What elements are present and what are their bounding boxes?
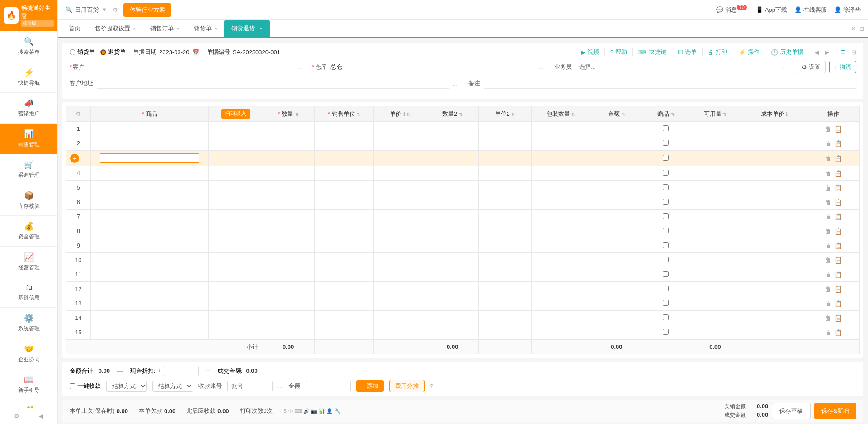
- unit2-cell-12[interactable]: [479, 282, 531, 296]
- price-cell-2[interactable]: [373, 136, 426, 151]
- shortcut-action[interactable]: ⌨ 快捷键: [638, 48, 666, 56]
- delete-icon-7[interactable]: 🗑: [825, 213, 831, 220]
- qty2-cell-9[interactable]: [426, 238, 479, 253]
- unit2-cell-2[interactable]: [479, 136, 531, 151]
- gift-checkbox-8[interactable]: [663, 228, 669, 233]
- product-input-3[interactable]: [100, 153, 199, 163]
- sidebar-item-purchase[interactable]: 🛒 采购管理: [0, 154, 57, 185]
- tab-bill-close-icon[interactable]: ×: [214, 26, 217, 31]
- unit-cell-2[interactable]: [315, 136, 374, 151]
- qty-cell-9[interactable]: [262, 238, 314, 253]
- pack-cell-3[interactable]: [531, 151, 590, 166]
- gift-cell-3[interactable]: [643, 151, 689, 166]
- qty2-sort-icon[interactable]: ⇅: [459, 112, 462, 117]
- copy-icon-3[interactable]: 📋: [835, 155, 842, 162]
- amount-cell-6[interactable]: [590, 195, 643, 210]
- price-sort-icon[interactable]: ⇅: [406, 112, 410, 117]
- pack-cell-1[interactable]: [531, 122, 590, 136]
- copy-icon-2[interactable]: 📋: [835, 140, 842, 147]
- copy-icon-1[interactable]: 📋: [835, 125, 842, 133]
- account-more-icon[interactable]: ...: [278, 383, 283, 390]
- delete-icon-6[interactable]: 🗑: [825, 199, 831, 206]
- copy-icon-10[interactable]: 📋: [835, 257, 842, 264]
- sidebar-item-sales[interactable]: 📊 销售管理: [0, 124, 57, 154]
- copy-icon-15[interactable]: 📋: [835, 329, 842, 336]
- price-cell-10[interactable]: [373, 253, 426, 267]
- amount-cell-12[interactable]: [590, 282, 643, 296]
- pack-cell-11[interactable]: [531, 267, 590, 282]
- select-action[interactable]: ☑ 选单: [678, 48, 697, 56]
- price-cell-3[interactable]: [373, 151, 426, 166]
- unit2-cell-7[interactable]: [479, 210, 531, 224]
- qty-cell-12[interactable]: [262, 282, 314, 296]
- sidebar-item-search[interactable]: 🔍 搜索菜单: [0, 31, 57, 62]
- qty-cell-2[interactable]: [262, 136, 314, 151]
- price-cell-6[interactable]: [373, 195, 426, 210]
- unit-cell-1[interactable]: [315, 122, 374, 136]
- unit2-sort-icon[interactable]: ⇅: [511, 112, 515, 117]
- pack-cell-15[interactable]: [531, 325, 590, 340]
- copy-icon-5[interactable]: 📋: [835, 184, 842, 191]
- tab-close-all-icon[interactable]: ✕: [851, 25, 856, 32]
- operate-action[interactable]: ⚡ 操作: [739, 48, 760, 56]
- product-cell-6[interactable]: [90, 195, 209, 210]
- pack-cell-7[interactable]: [531, 210, 590, 224]
- unit-cell-8[interactable]: [315, 224, 374, 238]
- unit-sort-icon[interactable]: ⇅: [357, 112, 360, 117]
- warehouse-input[interactable]: [346, 62, 535, 72]
- unit2-cell-8[interactable]: [479, 224, 531, 238]
- gift-checkbox-10[interactable]: [663, 257, 669, 262]
- expense-button[interactable]: 费用分摊: [389, 380, 425, 392]
- calc-method-select[interactable]: 结算方式: [152, 381, 193, 392]
- price-cell-11[interactable]: [373, 267, 426, 282]
- copy-icon-7[interactable]: 📋: [835, 213, 842, 220]
- qty-cell-1[interactable]: [262, 122, 314, 136]
- save-new-button[interactable]: 保存&新增: [814, 403, 856, 419]
- gift-checkbox-11[interactable]: [663, 271, 669, 277]
- product-cell-3[interactable]: [90, 151, 209, 166]
- tab-price-close-icon[interactable]: ×: [133, 26, 136, 31]
- sidebar-item-apps[interactable]: 🧩 应用中心: [0, 400, 57, 408]
- pack-cell-2[interactable]: [531, 136, 590, 151]
- settle-method-select[interactable]: 结算方式: [106, 381, 147, 392]
- gift-sort-icon[interactable]: ⇅: [671, 112, 675, 117]
- unit2-cell-3[interactable]: [479, 151, 531, 166]
- customer-more-icon[interactable]: ...: [296, 64, 301, 71]
- sidebar-item-enterprise[interactable]: 🤝 企业协同: [0, 338, 57, 369]
- gift-cell-2[interactable]: [643, 136, 689, 151]
- gift-checkbox-1[interactable]: [663, 125, 669, 131]
- tab-return-close-icon[interactable]: ×: [259, 26, 262, 31]
- sidebar-item-finance[interactable]: 💰 资金管理: [0, 216, 57, 247]
- address-more-icon[interactable]: ...: [453, 80, 458, 87]
- calendar-icon[interactable]: 📅: [192, 49, 199, 56]
- gift-checkbox-9[interactable]: [663, 242, 669, 248]
- next-icon[interactable]: ▶: [825, 49, 829, 56]
- gift-cell-6[interactable]: [643, 195, 689, 210]
- qty2-cell-5[interactable]: [426, 181, 479, 195]
- product-cell-9[interactable]: [90, 238, 209, 253]
- copy-icon-8[interactable]: 📋: [835, 228, 842, 235]
- delete-icon-2[interactable]: 🗑: [825, 140, 831, 147]
- gift-cell-9[interactable]: [643, 238, 689, 253]
- gift-checkbox-14[interactable]: [663, 314, 669, 320]
- delete-icon-1[interactable]: 🗑: [825, 125, 831, 133]
- qty-cell-8[interactable]: [262, 224, 314, 238]
- gift-checkbox-4[interactable]: [663, 170, 669, 176]
- one-click-pay-check[interactable]: [70, 383, 75, 389]
- customer-input[interactable]: [88, 62, 292, 72]
- qty2-cell-12[interactable]: [426, 282, 479, 296]
- tab-price-setting[interactable]: 售价提取设置 ×: [88, 20, 143, 38]
- gift-cell-14[interactable]: [643, 311, 689, 325]
- unit-cell-10[interactable]: [315, 253, 374, 267]
- tab-sales-order[interactable]: 销售订单 ×: [143, 20, 186, 38]
- delete-icon-5[interactable]: 🗑: [825, 184, 831, 191]
- amount-cell-8[interactable]: [590, 224, 643, 238]
- delete-icon-13[interactable]: 🗑: [825, 300, 831, 307]
- gift-cell-11[interactable]: [643, 267, 689, 282]
- amount-input[interactable]: [306, 381, 351, 391]
- add-row-button[interactable]: +: [70, 154, 79, 163]
- logistics-button[interactable]: + 物流: [829, 61, 856, 73]
- amount-cell-2[interactable]: [590, 136, 643, 151]
- grid-view-icon[interactable]: ⊞: [851, 49, 856, 56]
- gift-checkbox-15[interactable]: [663, 329, 669, 335]
